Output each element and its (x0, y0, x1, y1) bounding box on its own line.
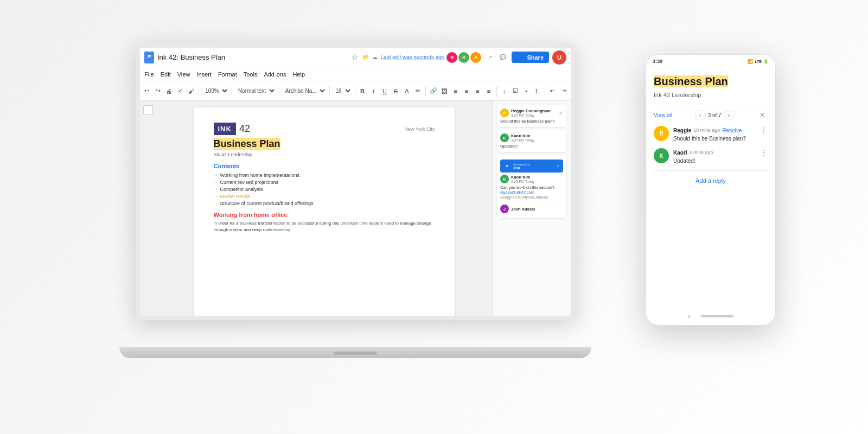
document-page[interactable]: INK 42 New York City Business Plan Ink 4… (194, 107, 455, 316)
menu-format[interactable]: Format (218, 71, 237, 78)
underline-button[interactable]: U (380, 85, 389, 97)
phone-comment-1: R Reggie 10 mins ago Resolve ⋮ Should th… (654, 126, 768, 142)
assign-more-comments: J Josh Russel (500, 202, 563, 213)
phone-reply-area: Add a reply (654, 170, 768, 185)
menu-file[interactable]: File (144, 71, 154, 78)
assign-person: Assigned to Alyssa Adams (500, 195, 563, 200)
phone-comment-1-body: Reggie 10 mins ago Resolve ⋮ Should this… (673, 126, 768, 142)
spellcheck-button[interactable]: ✓ (175, 85, 184, 97)
assign-comment-text: Can you work on this section? (500, 185, 563, 190)
menu-addons[interactable]: Add-ons (264, 71, 286, 78)
svg-rect-2 (148, 56, 151, 57)
font-select[interactable]: Archibo Na... (282, 87, 327, 94)
assign-comment-avatar: K (500, 175, 509, 183)
phone-comment-1-text: Should this be Business plan? (673, 136, 768, 142)
phone-time: 3:30 (653, 59, 662, 64)
prev-comment-button[interactable]: ‹ (695, 110, 706, 120)
comment-2-text: Updated? (500, 144, 563, 149)
bold-button[interactable]: B (358, 85, 367, 97)
phone-close-button[interactable]: ✕ (757, 110, 768, 120)
link-button[interactable]: 🔗 (429, 85, 438, 97)
outline-sidebar (140, 101, 156, 316)
align-left-button[interactable]: ≡ (451, 85, 460, 97)
comment-card-1: R Reggie Cunningham 3:24 PM Today ✓ Shou… (497, 105, 566, 127)
bullet-list-button[interactable]: • (521, 85, 531, 97)
assign-comment-name: Kaori Kim (511, 175, 534, 180)
phone-view-all[interactable]: View all (654, 112, 672, 118)
comment-1-check[interactable]: ✓ (559, 110, 563, 116)
gdoc-menubar: File Edit View Insert Format Tools Add-o… (140, 67, 571, 81)
last-edit-text: Last edit was seconds ago (381, 54, 445, 60)
print-button[interactable]: 🖨 (164, 85, 174, 97)
align-right-button[interactable]: ≡ (473, 85, 482, 97)
more-comment-header: J Josh Russel (500, 205, 563, 213)
indent-less-button[interactable]: ⇤ (548, 85, 557, 97)
comment-assign-card: K Assigned to You ✓ K (497, 155, 566, 218)
assign-comment-content: K Kaori Kim 2:28 PM Today Can you work o… (500, 175, 563, 200)
folder-icon: 📁 (362, 54, 369, 60)
avatar-2: K (457, 51, 470, 64)
zoom-select[interactable]: 100% (202, 87, 229, 94)
line-spacing-button[interactable]: ↕ (500, 85, 509, 97)
size-select[interactable]: 16 (333, 87, 352, 94)
menu-edit[interactable]: Edit (161, 71, 171, 78)
phone-resolve-button[interactable]: Resolve (722, 127, 742, 133)
comment-1-time: 3:24 PM Today (511, 113, 551, 117)
highlight-button[interactable]: ✏ (413, 85, 423, 97)
doc-body-text: In order for a business transformation t… (214, 220, 435, 233)
toolbar-divider-6 (425, 86, 426, 96)
redo-button[interactable]: ↪ (153, 85, 162, 97)
phone-content: Business Plan Ink 42 Leadership View all… (646, 68, 775, 310)
indent-more-button[interactable]: ⇥ (559, 85, 569, 97)
phone-statusbar: 3:30 📶 LTE 🔋 (646, 55, 775, 68)
italic-button[interactable]: I (369, 85, 378, 97)
toc-text-3: Competitor analysis (220, 187, 263, 192)
phone-back-arrow[interactable]: ‹ (688, 312, 690, 320)
user-avatar[interactable]: U (552, 50, 566, 65)
numbered-list-button[interactable]: 1. (533, 85, 542, 97)
section-header-1: Working from home office (214, 212, 435, 218)
chat-icon: 💬 (500, 54, 506, 60)
justify-button[interactable]: ≡ (484, 85, 493, 97)
laptop: Ink 42: Business Plan ☆ 📁 ☁ Last edit wa… (136, 43, 586, 358)
phone-home-indicator[interactable] (701, 315, 733, 317)
assign-button[interactable]: K Assigned to You ✓ (500, 159, 563, 173)
battery-icon: 🔋 (763, 59, 769, 64)
doc-title: Ink 42: Business Plan (157, 53, 347, 61)
present-icon: ↗ (488, 54, 492, 60)
toc-arrow-1: → (214, 173, 218, 178)
menu-help[interactable]: Help (292, 71, 305, 78)
phone-comment-2-more[interactable]: ⋮ (760, 148, 768, 157)
undo-button[interactable]: ↩ (142, 85, 151, 97)
phone-comment-nav: View all ‹ 3 of 7 › ✕ (654, 110, 768, 120)
laptop-screen: Ink 42: Business Plan ☆ 📁 ☁ Last edit wa… (140, 48, 571, 316)
paint-button[interactable]: 🖌 (187, 85, 196, 97)
menu-insert[interactable]: Insert (196, 71, 212, 78)
toc-text-5: Structure of current product/brand offer… (220, 201, 314, 206)
style-select[interactable]: Normal text (235, 87, 276, 94)
next-comment-button[interactable]: › (724, 110, 735, 120)
comment-2-avatar: K (500, 133, 509, 142)
menu-tools[interactable]: Tools (244, 71, 258, 78)
phone-comment-1-more[interactable]: ⋮ (760, 126, 768, 135)
align-center-button[interactable]: ≡ (462, 85, 471, 97)
strikethrough-button[interactable]: S (391, 85, 400, 97)
checklist-button[interactable]: ☑ (510, 85, 520, 97)
toolbar-divider-8 (545, 86, 545, 96)
doc-subtitle: Ink 42 Leadership (214, 152, 435, 157)
business-plan-text: Business Plan (214, 138, 280, 150)
assign-email: alyssa@ink42.com (500, 190, 563, 195)
toc-item-5: → Structure of current product/brand off… (214, 201, 435, 206)
toolbar-divider-7 (496, 86, 497, 96)
more-comment-avatar: J (500, 205, 509, 213)
share-button[interactable]: 👤 Share (512, 52, 549, 63)
phone-nav-arrows: ‹ 3 of 7 › (695, 110, 735, 120)
phone-page-info: 3 of 7 (708, 112, 722, 118)
star-icon[interactable]: ☆ (352, 53, 358, 61)
phone-reply-text[interactable]: Add a reply (695, 177, 726, 184)
image-button[interactable]: 🖼 (439, 85, 449, 97)
toc-text-4-highlighted: Market trends (220, 194, 250, 199)
text-color-button[interactable]: A (402, 85, 411, 97)
menu-view[interactable]: View (177, 71, 190, 78)
page-area: INK 42 New York City Business Plan Ink 4… (156, 101, 492, 316)
